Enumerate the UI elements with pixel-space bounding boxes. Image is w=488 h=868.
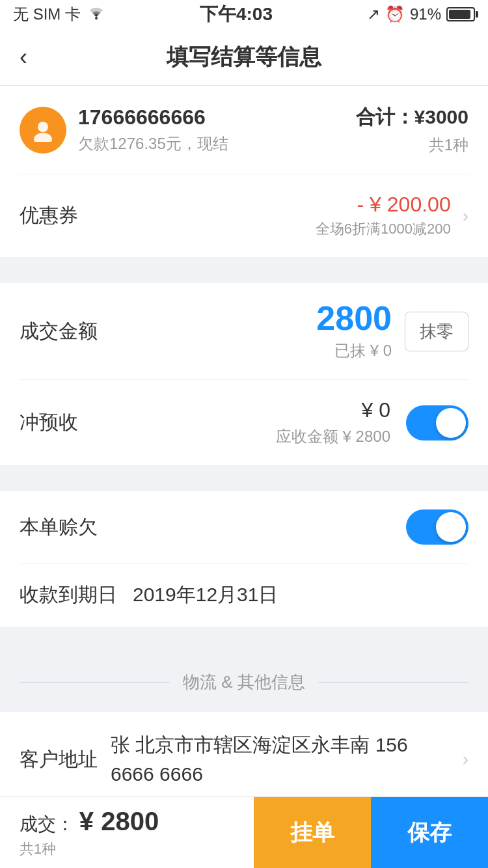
alarm-icon: ⏰ — [385, 5, 405, 23]
coupon-row[interactable]: 优惠券 - ¥ 200.00 全场6折满1000减200 › — [0, 174, 488, 257]
address-chevron-icon: › — [463, 749, 468, 770]
nav-bar: ‹ 填写结算等信息 — [0, 29, 488, 86]
due-date-value: 2019年12月31日 — [133, 582, 278, 608]
customer-row: 17666666666 欠款1276.35元，现结 合计：¥3000 共1种 — [0, 86, 488, 174]
status-time: 下午4:03 — [200, 2, 273, 27]
total-amount: 合计：¥3000 — [356, 104, 468, 131]
amount-sub: 已抹 ¥ 0 — [316, 340, 392, 361]
status-right: ↗ ⏰ 91% — [367, 5, 475, 23]
prepaid-right: ¥ 0 应收金额 ¥ 2800 — [276, 398, 468, 447]
credit-section: 本单赊欠 收款到期日 2019年12月31日 — [0, 491, 488, 627]
prepaid-sub: 应收金额 ¥ 2800 — [276, 426, 390, 447]
svg-point-0 — [95, 17, 98, 20]
coupon-amount: - ¥ 200.00 — [316, 193, 451, 217]
toggle-knob — [436, 408, 466, 438]
logistics-label: 物流 & 其他信息 — [183, 671, 305, 694]
summary-label: 成交： — [20, 814, 74, 834]
credit-toggle[interactable] — [406, 509, 468, 545]
chevron-right-icon: › — [463, 206, 468, 226]
status-bar: 无 SIM 卡 下午4:03 ↗ ⏰ 91% — [0, 0, 488, 29]
customer-phone: 17666666666 — [78, 105, 228, 129]
due-date-label: 收款到期日 — [20, 582, 117, 608]
prepaid-toggle[interactable] — [406, 405, 468, 441]
prepaid-row: 冲预收 ¥ 0 应收金额 ¥ 2800 — [0, 380, 488, 465]
address-label: 客户地址 — [20, 746, 98, 773]
bottom-bar: 成交： ¥ 2800 共1种 挂单 保存 — [0, 796, 488, 868]
credit-row: 本单赊欠 — [0, 491, 488, 563]
total-count: 共1种 — [356, 135, 468, 156]
credit-toggle-knob — [436, 512, 466, 542]
customer-info: 17666666666 欠款1276.35元，现结 — [78, 105, 228, 154]
address-value: 张 北京市市辖区海淀区永丰南 156 6666 6666 — [111, 730, 444, 789]
customer-section: 17666666666 欠款1276.35元，现结 合计：¥3000 共1种 优… — [0, 86, 488, 257]
sim-status: 无 SIM 卡 — [13, 4, 81, 25]
wifi-icon — [87, 5, 105, 23]
date-row: 收款到期日 2019年12月31日 — [0, 563, 488, 627]
round-button[interactable]: 抹零 — [405, 312, 468, 351]
bottom-summary: 成交： ¥ 2800 共1种 — [0, 807, 254, 859]
amount-row: 成交金额 2800 已抹 ¥ 0 抹零 — [0, 283, 488, 379]
prepaid-amount: ¥ 0 — [276, 398, 390, 422]
amount-right: 2800 已抹 ¥ 0 抹零 — [316, 301, 468, 361]
amount-section: 成交金额 2800 已抹 ¥ 0 抹零 冲预收 ¥ 0 应收金额 ¥ 2800 — [0, 283, 488, 465]
address-section: 客户地址 张 北京市市辖区海淀区永丰南 156 6666 6666 › — [0, 712, 488, 807]
section-line-left — [20, 682, 170, 683]
bottom-count: 共1种 — [20, 839, 234, 859]
coupon-right: - ¥ 200.00 全场6折满1000减200 › — [316, 193, 468, 239]
customer-note: 欠款1276.35元，现结 — [78, 133, 228, 154]
gray-gap-3 — [0, 640, 488, 653]
battery-percent: 91% — [410, 5, 441, 23]
prepaid-label: 冲预收 — [20, 409, 78, 436]
customer-left: 17666666666 欠款1276.35元，现结 — [20, 105, 228, 154]
coupon-value: - ¥ 200.00 全场6折满1000减200 — [316, 193, 451, 239]
customer-right: 合计：¥3000 共1种 — [356, 104, 468, 156]
logistics-section-label: 物流 & 其他信息 — [0, 653, 488, 712]
amount-label: 成交金额 — [20, 318, 98, 345]
prepaid-value-wrap: ¥ 0 应收金额 ¥ 2800 — [276, 398, 390, 447]
transaction-amount: 2800 — [316, 301, 392, 335]
svg-point-1 — [38, 122, 48, 132]
status-left: 无 SIM 卡 — [13, 4, 105, 25]
location-icon: ↗ — [367, 5, 380, 23]
save-button[interactable]: 保存 — [371, 797, 488, 869]
gray-gap-1 — [0, 270, 488, 283]
address-row[interactable]: 客户地址 张 北京市市辖区海淀区永丰南 156 6666 6666 › — [0, 712, 488, 807]
back-button[interactable]: ‹ — [20, 44, 27, 71]
page-title: 填写结算等信息 — [167, 42, 321, 72]
avatar — [20, 107, 66, 154]
amount-value-wrap: 2800 已抹 ¥ 0 — [316, 301, 392, 361]
hold-button[interactable]: 挂单 — [254, 797, 371, 869]
coupon-desc: 全场6折满1000减200 — [316, 219, 451, 239]
bottom-title: 成交： ¥ 2800 — [20, 807, 234, 837]
coupon-label: 优惠券 — [20, 202, 78, 229]
bottom-amount: ¥ 2800 — [79, 807, 159, 835]
section-line-right — [318, 682, 468, 683]
battery-icon — [446, 7, 475, 21]
main-content: 17666666666 欠款1276.35元，现结 合计：¥3000 共1种 优… — [0, 86, 488, 868]
svg-point-2 — [34, 133, 52, 142]
gray-gap-2 — [0, 478, 488, 491]
credit-label: 本单赊欠 — [20, 514, 98, 541]
